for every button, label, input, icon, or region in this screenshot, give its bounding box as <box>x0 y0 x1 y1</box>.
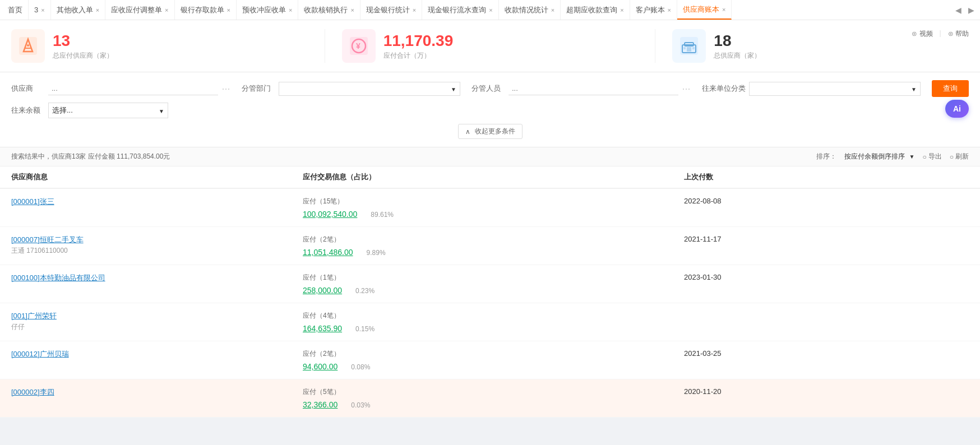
nav-overdue-query-label: 超期应收款查询 <box>566 5 617 15</box>
header-stats: 13 总应付供应商（家） ¥ 11,170.39 应付合计（万） <box>0 20 980 72</box>
close-icon[interactable]: × <box>489 7 492 13</box>
nav-cash-bank-stats[interactable]: 现金银行统计 × <box>360 0 422 20</box>
trans-info-cell: 应付（2笔） 11,051,486.00 9.89% <box>303 235 684 257</box>
supplier-info-cell: [000001]张三 <box>11 197 303 207</box>
supplier-link[interactable]: [000100]本特勤油品有限公司 <box>11 273 303 283</box>
close-icon[interactable]: × <box>165 7 168 13</box>
ai-badge[interactable]: Ai <box>945 100 969 118</box>
close-icon[interactable]: × <box>413 7 416 13</box>
table-row: [000100]本特勤油品有限公司 应付（1笔） 258,000.00 0.23… <box>0 265 980 303</box>
nav-bank-deposit[interactable]: 银行存取款单 × <box>175 0 237 20</box>
trans-amount[interactable]: 164,635.90 <box>303 324 342 333</box>
refresh-label: 刷新 <box>955 152 969 161</box>
chevron-down-icon <box>909 85 917 93</box>
sort-value[interactable]: 按应付余额倒序排序 <box>844 152 914 161</box>
supplier-info-cell: [001]广州荣轩 仔仔 <box>11 311 303 332</box>
export-icon: ○ <box>923 153 927 161</box>
nav-supplier-ledger[interactable]: 供应商账本 × <box>677 0 732 20</box>
last-pay-date: 2023-01-30 <box>684 273 722 281</box>
data-table: 供应商信息 应付交易信息（占比） 上次付数 [000001]张三 应付（15笔）… <box>0 166 980 418</box>
nav-prev-arrow[interactable]: ◀ <box>952 6 965 15</box>
trans-amount[interactable]: 32,366.00 <box>303 400 338 409</box>
close-icon[interactable]: × <box>722 6 725 13</box>
trans-percent: 0.03% <box>351 401 370 409</box>
svg-rect-12 <box>692 47 695 49</box>
result-actions: 排序： 按应付余额倒序排序 ○ 导出 ○ 刷新 <box>816 152 969 161</box>
divider-1 <box>325 29 325 63</box>
trans-label: 应付（2笔） <box>303 349 684 359</box>
trans-percent: 0.08% <box>351 363 370 371</box>
nav-cash-flow-query[interactable]: 现金银行流水查询 × <box>422 0 498 20</box>
trans-info-cell: 应付（15笔） 100,092,540.00 89.61% <box>303 197 684 219</box>
close-icon[interactable]: × <box>620 7 623 13</box>
dept-select[interactable] <box>279 82 461 96</box>
nav-home[interactable]: 首页 <box>2 0 29 20</box>
last-pay-cell: 2021-11-17 <box>684 235 969 243</box>
close-icon[interactable]: × <box>668 7 671 13</box>
nav-customer-ledger[interactable]: 客户账本 × <box>630 0 677 20</box>
person-input[interactable] <box>509 82 678 95</box>
result-info: 搜索结果中，供应商13家 应付金额 111,703,854.00元 <box>11 152 170 161</box>
payable-supplier-label: 总应付供应商（家） <box>53 51 113 61</box>
payable-supplier-count: 13 <box>53 32 113 50</box>
nav-ar-ap-adjust-label: 应收应付调整单 <box>111 5 162 15</box>
help-link[interactable]: ⊙ 帮助 <box>948 29 969 39</box>
close-icon[interactable]: × <box>551 7 554 13</box>
export-button[interactable]: ○ 导出 <box>923 152 942 161</box>
trans-row: 11,051,486.00 9.89% <box>303 247 684 257</box>
nav-collection-exec[interactable]: 收款核销执行 × <box>298 0 360 20</box>
close-icon[interactable]: × <box>96 7 99 13</box>
close-icon[interactable]: × <box>350 7 354 13</box>
result-bar: 搜索结果中，供应商13家 应付金额 111,703,854.00元 排序： 按应… <box>0 147 980 166</box>
balance-select[interactable]: 选择... <box>48 103 168 118</box>
trans-label: 应付（5笔） <box>303 387 684 397</box>
stat-text-1: 13 总应付供应商（家） <box>53 32 113 61</box>
stat-text-2: 11,170.39 应付合计（万） <box>383 32 454 61</box>
refresh-button[interactable]: ○ 刷新 <box>950 152 969 161</box>
last-pay-cell: 2021-03-25 <box>684 349 969 358</box>
close-icon[interactable]: × <box>289 7 292 13</box>
supplier-link[interactable]: [000001]张三 <box>11 197 303 207</box>
nav-arrows: ◀ ▶ <box>952 6 978 15</box>
last-pay-cell: 2022-08-08 <box>684 197 969 205</box>
nav-collection-stats[interactable]: 收款情况统计 × <box>499 0 561 20</box>
supplier-code: [000001] <box>11 197 40 206</box>
nav-tab-3[interactable]: 3 × <box>29 0 51 20</box>
trans-amount[interactable]: 94,600.00 <box>303 362 338 371</box>
supplier-input[interactable] <box>48 82 218 95</box>
supplier-payable-icon <box>11 29 45 63</box>
svg-point-3 <box>27 44 29 47</box>
supplier-link[interactable]: [000002]李四 <box>11 387 303 397</box>
collapse-button[interactable]: 收起更多条件 <box>458 124 523 139</box>
query-button[interactable]: 查询 <box>932 80 969 97</box>
category-select[interactable] <box>749 82 921 96</box>
video-link[interactable]: ⊙ 视频 <box>912 29 932 39</box>
last-pay-cell: 2020-11-20 <box>684 387 969 396</box>
close-icon[interactable]: × <box>41 7 44 13</box>
supplier-name: 张三 <box>40 197 54 206</box>
supplier-link[interactable]: [000012]广州贝瑞 <box>11 349 303 359</box>
table-row: [001]广州荣轩 仔仔 应付（4笔） 164,635.90 0.15% <box>0 303 980 341</box>
header-links: ⊙ 视频 | ⊙ 帮助 <box>912 29 969 39</box>
stat-block-1: 13 总应付供应商（家） <box>11 29 308 63</box>
supplier-sub: 仔仔 <box>11 322 303 332</box>
supplier-link[interactable]: [000007]恒旺二手叉车 <box>11 235 303 245</box>
sort-value-text: 按应付余额倒序排序 <box>844 152 905 160</box>
nav-customer-ledger-label: 客户账本 <box>636 5 665 15</box>
nav-other-income[interactable]: 其他收入单 × <box>51 0 105 20</box>
supplier-name: 广州荣轩 <box>27 312 57 320</box>
filter-area: 供应商 ··· 分管部门 分管人员 ··· 往来单位分类 查询 往来余额 <box>0 72 980 147</box>
collapse-label: 收起更多条件 <box>475 127 515 136</box>
trans-amount[interactable]: 100,092,540.00 <box>303 210 357 219</box>
nav-advance-receipt[interactable]: 预收冲应收单 × <box>237 0 298 20</box>
total-supplier-label: 总供应商（家） <box>714 51 761 61</box>
nav-ar-ap-adjust[interactable]: 应收应付调整单 × <box>105 0 174 20</box>
nav-overdue-query[interactable]: 超期应收款查询 × <box>561 0 630 20</box>
close-icon[interactable]: × <box>227 7 230 13</box>
nav-bank-deposit-label: 银行存取款单 <box>181 5 224 15</box>
nav-next-arrow[interactable]: ▶ <box>965 6 978 15</box>
supplier-code: [000012] <box>11 350 40 358</box>
supplier-link[interactable]: [001]广州荣轩 <box>11 311 303 321</box>
trans-amount[interactable]: 258,000.00 <box>303 286 342 295</box>
trans-amount[interactable]: 11,051,486.00 <box>303 248 353 257</box>
